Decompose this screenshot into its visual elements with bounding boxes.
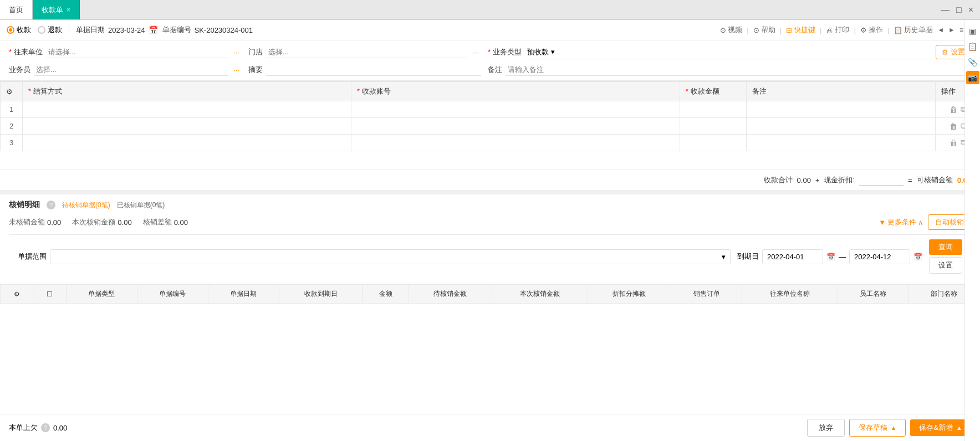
bottom-th-6: 金额	[363, 285, 409, 304]
nav-left-btn[interactable]: ◄	[937, 26, 944, 34]
refund-label: 退款	[48, 25, 62, 35]
date-icon[interactable]: 📅	[149, 25, 158, 34]
counterpart-input[interactable]	[46, 46, 228, 58]
bottom-th-3: 单据编号	[137, 285, 208, 304]
range-label: 单据范围	[18, 252, 47, 261]
sidebar-icon-table[interactable]: ▣	[966, 24, 979, 38]
row-number: 3	[1, 135, 23, 151]
video-link[interactable]: ⊙ 视频	[720, 25, 742, 35]
business-type-field: * 业务类型 预收款 ▾ ⚙ 设置	[488, 45, 971, 59]
operation-label: 操作	[869, 25, 883, 35]
th-settlement: * 结算方式	[23, 82, 351, 101]
verification-actions: ▼ 更多条件 ∧ 自动核销	[879, 214, 971, 230]
store-more-icon[interactable]: ···	[471, 48, 481, 57]
date-label: 单据日期	[76, 25, 105, 35]
date-to-input[interactable]	[849, 249, 910, 264]
refund-radio-circle	[38, 26, 45, 34]
circle-icon: ⊙	[720, 26, 726, 34]
maximize-icon[interactable]: □	[954, 4, 964, 16]
th-settings[interactable]: ⚙	[1, 82, 23, 101]
shortcut-link[interactable]: ⊟ 快捷键	[786, 25, 815, 35]
account-cell[interactable]	[351, 118, 680, 135]
business-type-select[interactable]: 预收款 ▾	[525, 45, 932, 59]
form-area: * 往来单位 ··· 门店 ··· * 业务类型 预收款 ▾	[0, 40, 980, 81]
notes-label: 备注	[488, 65, 502, 75]
save-draft-button[interactable]: 保存草稿 ▲	[849, 419, 906, 437]
history-link[interactable]: 📋 历史单据	[894, 25, 933, 35]
equals-sign: =	[908, 176, 912, 184]
filter-settings-button[interactable]: 设置	[929, 257, 962, 274]
range-select[interactable]: ▾	[50, 249, 731, 264]
this-order-info-icon[interactable]: ?	[41, 423, 50, 432]
print-link[interactable]: 🖨 打印	[826, 25, 849, 35]
store-field: 门店 ···	[248, 46, 481, 58]
bottom-th-0[interactable]: ⚙	[1, 285, 33, 304]
remarks-cell[interactable]	[746, 118, 935, 135]
bottom-th-1[interactable]: ☐	[33, 285, 66, 304]
amount-cell[interactable]	[680, 101, 746, 118]
refund-radio[interactable]: 退款	[38, 25, 62, 35]
list-view-icon[interactable]: ≡	[959, 26, 963, 34]
account-cell[interactable]	[351, 101, 680, 118]
close-window-icon[interactable]: ×	[966, 4, 976, 16]
receipt-table-wrapper: ⚙ * 结算方式 * 收款账号 * 收款金额 备注 操作	[0, 81, 980, 170]
remarks-cell[interactable]	[746, 101, 935, 118]
business-type-label: * 业务类型	[488, 47, 522, 57]
completed-tab[interactable]: 已核销单据(0笔)	[117, 201, 165, 210]
video-label: 视频	[728, 25, 742, 35]
notes-input[interactable]	[506, 64, 971, 76]
settlement-cell[interactable]	[23, 135, 351, 151]
date-from-input[interactable]	[762, 249, 823, 264]
help-link[interactable]: ⊙ 帮助	[753, 25, 775, 35]
discard-button[interactable]: 放弃	[807, 419, 845, 437]
business-type-value: 预收款	[527, 47, 549, 57]
receive-radio[interactable]: 收款	[7, 25, 31, 35]
remarks-cell[interactable]	[746, 135, 935, 151]
store-input[interactable]	[266, 46, 467, 58]
discount-input[interactable]	[859, 175, 904, 186]
minimize-icon[interactable]: —	[938, 4, 952, 16]
amount-cell[interactable]	[680, 118, 746, 135]
tab-home[interactable]: 首页	[0, 0, 33, 19]
counterpart-label: * 往来单位	[9, 47, 43, 57]
more-conditions-link[interactable]: ▼ 更多条件 ∧	[879, 217, 923, 227]
current-value: 0.00	[118, 218, 131, 227]
tab-close-icon[interactable]: ×	[67, 6, 70, 14]
delete-row-icon[interactable]: 🗑	[950, 122, 957, 131]
row-number: 2	[1, 118, 23, 135]
verification-section: 核销明细 ? 待核销单据(0笔) 已核销单据(0笔) 未核销金额 0.00 本次…	[0, 194, 980, 284]
sidebar-icon-list[interactable]: 📋	[966, 40, 979, 53]
settlement-cell[interactable]	[23, 101, 351, 118]
verification-info-icon[interactable]: ?	[47, 201, 55, 209]
receipt-table: ⚙ * 结算方式 * 收款账号 * 收款金额 备注 操作	[0, 81, 980, 151]
delete-row-icon[interactable]: 🗑	[950, 139, 957, 147]
operation-link[interactable]: ⚙ 操作	[860, 25, 883, 35]
account-cell[interactable]	[351, 135, 680, 151]
save-draft-label: 保存草稿	[859, 423, 887, 433]
tab-receipt[interactable]: 收款单 ×	[33, 0, 80, 19]
save-new-button[interactable]: 保存&新增 ▲	[910, 419, 971, 436]
right-sidebar: ▣ 📋 📎 📷	[964, 20, 980, 441]
table-settings-icon[interactable]: ⚙	[6, 88, 13, 96]
sidebar-icon-photo[interactable]: 📷	[966, 71, 979, 84]
dropdown-arrow: ▾	[551, 48, 555, 56]
staff-more-icon[interactable]: ···	[231, 66, 242, 74]
summary-input[interactable]	[266, 64, 481, 76]
settings-btn-label: 设置	[951, 47, 965, 57]
delete-row-icon[interactable]: 🗑	[950, 105, 957, 114]
footer-right: 放弃 保存草稿 ▲ 保存&新增 ▲	[807, 419, 971, 437]
query-button[interactable]: 查询	[929, 239, 962, 255]
nav-right-btn[interactable]: ►	[948, 26, 955, 34]
filter-actions: 查询 设置	[929, 239, 962, 274]
divider-1	[69, 24, 69, 35]
counterpart-more-icon[interactable]: ···	[231, 48, 242, 57]
staff-input[interactable]	[34, 64, 228, 76]
table-header-row: ⚙ * 结算方式 * 收款账号 * 收款金额 备注 操作	[1, 82, 980, 101]
calendar-to-icon[interactable]: 📅	[913, 253, 922, 261]
sidebar-icon-attach[interactable]: 📎	[966, 55, 979, 69]
pending-tab[interactable]: 待核销单据(0笔)	[62, 201, 110, 210]
save-new-chevron: ▲	[956, 424, 962, 431]
calendar-from-icon[interactable]: 📅	[826, 253, 835, 261]
settlement-cell[interactable]	[23, 118, 351, 135]
amount-cell[interactable]	[680, 135, 746, 151]
